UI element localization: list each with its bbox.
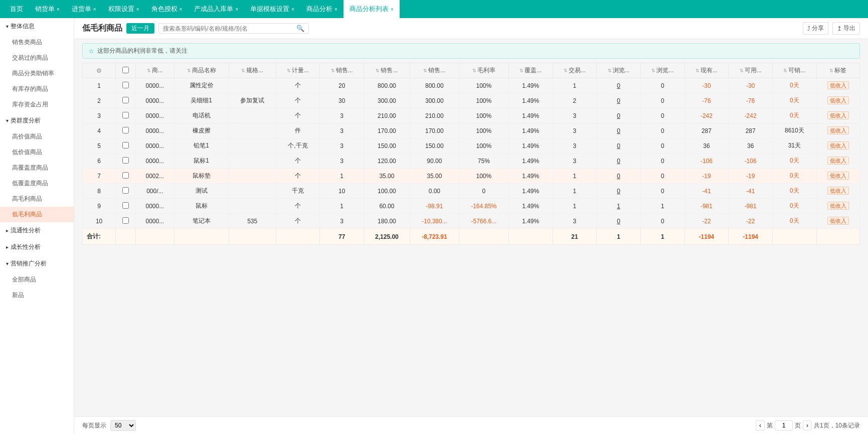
sidebar-item-高毛利商品[interactable]: 高毛利商品 (0, 191, 74, 207)
nav-item-商品分析[interactable]: 商品分析× (300, 0, 343, 18)
close-icon[interactable]: × (136, 7, 139, 12)
cell-name: 吴细细1 (174, 93, 229, 108)
cell-checkbox (116, 154, 136, 169)
share-button[interactable]: ⤴ 分享 (803, 22, 828, 35)
cell-checkbox (116, 123, 136, 138)
sort-icon: ⇅ (651, 68, 655, 73)
cell-trade: 3 (553, 108, 597, 123)
nav-item-角色授权[interactable]: 角色授权× (145, 0, 189, 18)
cell-unit: 个 (276, 199, 320, 214)
settings-icon[interactable]: ⚙ (96, 67, 102, 74)
cell-checkbox (116, 169, 136, 184)
sidebar-item-全部商品[interactable]: 全部商品 (0, 272, 74, 287)
cell-sales_amount: 210.00 (410, 108, 459, 123)
table-row: 40000...橡皮擦件3170.00170.00100%1.49%300287… (83, 123, 860, 138)
cell-checkbox (116, 184, 136, 199)
sidebar-item-商品分类助销率[interactable]: 商品分类助销率 (0, 66, 74, 81)
sidebar-item-新品[interactable]: 新品 (0, 287, 74, 303)
sidebar-item-低毛利商品[interactable]: 低毛利商品 (0, 207, 74, 222)
nav-item-权限设置[interactable]: 权限设置× (102, 0, 145, 18)
sidebar-group-营销推广分析[interactable]: ▾营销推广分析 (0, 255, 74, 272)
nav-item-单据模板设置[interactable]: 单据模板设置× (244, 0, 300, 18)
col-header-cover_rate: ⇅覆盖... (508, 63, 553, 78)
browse-link[interactable]: 0 (617, 97, 620, 104)
row-checkbox[interactable] (122, 142, 129, 149)
filter-button[interactable]: 近一月 (126, 23, 154, 34)
sidebar-group-流通性分析[interactable]: ▸流通性分析 (0, 222, 74, 239)
cell-sales_price: 35.00 (364, 169, 410, 184)
cell-unit: 件 (276, 123, 320, 138)
cell-cover_rate: 1.49% (508, 138, 553, 154)
sidebar-item-高价值商品[interactable]: 高价值商品 (0, 129, 74, 144)
sidebar-group-整体信息[interactable]: ▾整体信息 (0, 18, 74, 35)
close-icon[interactable]: × (180, 7, 183, 12)
cell-available: -41 (729, 184, 773, 199)
browse-link[interactable]: 0 (617, 82, 620, 89)
browse-link[interactable]: 0 (617, 112, 620, 119)
row-checkbox[interactable] (122, 112, 129, 118)
cell-sellable: 0天 (772, 93, 816, 108)
close-icon[interactable]: × (391, 7, 394, 12)
row-checkbox[interactable] (122, 127, 129, 133)
nav-item-产成品入库单[interactable]: 产成品入库单× (188, 0, 244, 18)
page-size-select[interactable]: 50 100 200 (110, 420, 136, 431)
prev-page-button[interactable]: ‹ (756, 420, 765, 430)
row-checkbox[interactable] (122, 82, 129, 88)
sidebar-item-低覆盖度商品[interactable]: 低覆盖度商品 (0, 176, 74, 191)
sidebar-item-低价值商品[interactable]: 低价值商品 (0, 144, 74, 160)
export-button[interactable]: ↥ 导出 (832, 22, 860, 35)
tag-badge: 低收入 (827, 126, 849, 134)
close-icon[interactable]: × (334, 7, 337, 12)
sidebar-item-有库存的商品[interactable]: 有库存的商品 (0, 81, 74, 97)
cell-spec (229, 154, 276, 169)
cell-no: 6 (83, 154, 116, 169)
share-icon: ⤴ (807, 25, 810, 32)
browse-link[interactable]: 0 (617, 127, 620, 134)
total-cell-9 (459, 229, 508, 245)
select-all-checkbox[interactable] (122, 67, 129, 73)
footer-bar: 每页显示 50 100 200 ‹ 第 页 › 共1页，10条记录 (74, 416, 868, 434)
nav-item-进货单[interactable]: 进货单× (66, 0, 102, 18)
search-input[interactable] (163, 25, 296, 32)
nav-item-商品分析列表[interactable]: 商品分析列表× (343, 0, 400, 18)
browse-link[interactable]: 1 (617, 203, 620, 210)
row-checkbox[interactable] (122, 172, 129, 179)
close-icon[interactable]: × (57, 7, 60, 12)
browse-link[interactable]: 0 (617, 158, 620, 165)
row-checkbox[interactable] (122, 157, 129, 164)
sidebar-item-库存资金占用[interactable]: 库存资金占用 (0, 97, 74, 112)
cell-sales_amount: 0.00 (410, 184, 459, 199)
table-wrapper[interactable]: ⚙⇅商...⇅商品名称⇅规格...⇅计量...⇅销售...⇅销售...⇅销售..… (74, 63, 868, 416)
browse-link[interactable]: 0 (617, 173, 620, 180)
sidebar-item-交易过的商品[interactable]: 交易过的商品 (0, 50, 74, 66)
nav-item-销货单[interactable]: 销货单× (29, 0, 66, 18)
sidebar-group-类群度分析[interactable]: ▾类群度分析 (0, 112, 74, 129)
browse-link[interactable]: 0 (617, 218, 620, 225)
row-checkbox[interactable] (122, 202, 129, 209)
cell-sales_amount: 800.00 (410, 78, 459, 93)
browse-link[interactable]: 0 (617, 142, 620, 150)
sidebar-item-高覆盖度商品[interactable]: 高覆盖度商品 (0, 160, 74, 176)
nav-item-首页[interactable]: 首页 (4, 0, 29, 18)
page-input[interactable] (775, 420, 793, 430)
cell-sales_price: 60.00 (364, 199, 410, 214)
cell-trade: 1 (553, 169, 597, 184)
close-icon[interactable]: × (93, 7, 96, 12)
close-icon[interactable]: × (235, 7, 238, 12)
next-page-button[interactable]: › (803, 420, 812, 430)
cell-cover_rate: 1.49% (508, 199, 553, 214)
sidebar-item-销售类商品[interactable]: 销售类商品 (0, 35, 74, 50)
close-icon[interactable]: × (291, 7, 294, 12)
search-box: 🔍 (158, 23, 309, 34)
row-checkbox[interactable] (122, 217, 129, 224)
browse-link[interactable]: 0 (617, 188, 620, 195)
cell-gross_rate: 0 (459, 184, 508, 199)
cell-sales_price: 210.00 (364, 108, 410, 123)
sidebar-group-成长性分析[interactable]: ▸成长性分析 (0, 239, 74, 255)
cell-sales_qty: 3 (320, 138, 364, 154)
row-checkbox[interactable] (122, 187, 129, 194)
row-checkbox[interactable] (122, 97, 129, 103)
cell-available: -22 (729, 214, 773, 229)
total-cell-4 (229, 229, 276, 245)
col-header-trade: ⇅交易... (553, 63, 597, 78)
